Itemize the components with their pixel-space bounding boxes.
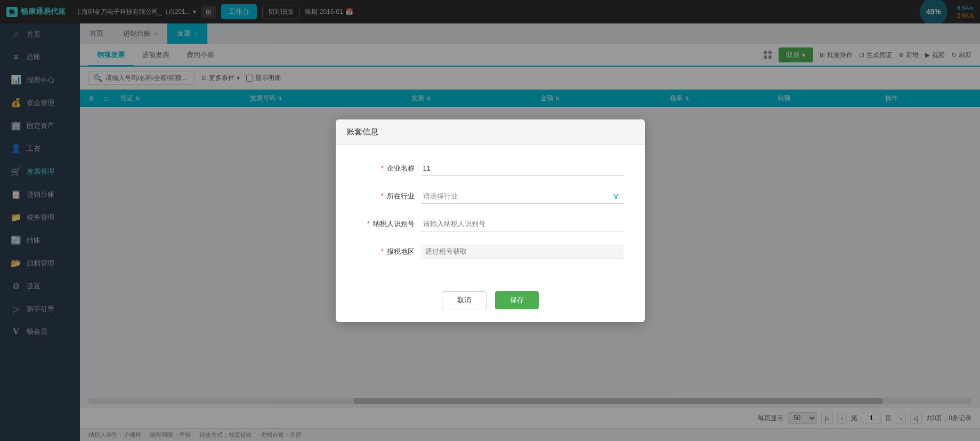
account-info-modal: 账套信息 * 企业名称 * 所在行业 请选择行业 [336, 119, 645, 322]
modal-footer: 取消 保存 [336, 283, 645, 322]
required-marker: * [381, 164, 384, 172]
tax-region-label: * 报税地区 [357, 247, 421, 256]
industry-label: * 所在行业 [357, 191, 421, 201]
modal-tax-id-row: * 纳税人识别号 [357, 217, 623, 231]
modal-tax-region-row: * 报税地区 [357, 244, 623, 259]
industry-select-wrap[interactable]: 请选择行业 ∨ [421, 189, 623, 204]
modal-title: 账套信息 [336, 119, 645, 145]
required-marker: * [367, 220, 370, 228]
modal-industry-row: * 所在行业 请选择行业 ∨ [357, 189, 623, 204]
tax-region-input [421, 244, 623, 259]
required-marker: * [381, 192, 384, 200]
cancel-button[interactable]: 取消 [442, 291, 487, 309]
company-name-input[interactable] [421, 161, 623, 176]
save-button[interactable]: 保存 [495, 291, 539, 309]
tax-id-label: * 纳税人识别号 [357, 219, 421, 229]
company-name-label: * 企业名称 [357, 164, 421, 173]
required-marker: * [381, 247, 384, 255]
industry-select[interactable]: 请选择行业 [421, 189, 623, 203]
modal-overlay[interactable]: 账套信息 * 企业名称 * 所在行业 请选择行业 [0, 0, 980, 441]
modal-body: * 企业名称 * 所在行业 请选择行业 ∨ [336, 145, 645, 283]
modal-company-name-row: * 企业名称 [357, 161, 623, 176]
tax-id-input[interactable] [421, 217, 623, 231]
